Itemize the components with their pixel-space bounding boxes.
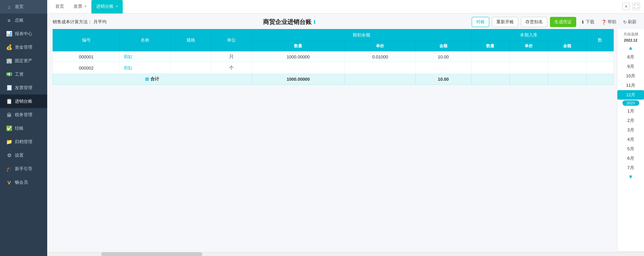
ledger-icon: ≡ <box>6 18 12 23</box>
month-2[interactable]: 2月 <box>617 116 644 125</box>
sidebar-item-purchase-sale[interactable]: 📋 进销台账 <box>0 95 47 108</box>
sidebar-item-guide[interactable]: 🎓 新手引导 <box>0 162 47 176</box>
tab-home[interactable]: 首页 <box>51 0 69 14</box>
sidebar-item-ledger[interactable]: ≡ 总账 <box>0 14 47 27</box>
sidebar-item-salary[interactable]: 💵 工资 <box>0 68 47 81</box>
help-button[interactable]: ❓ 帮助 <box>599 17 618 27</box>
sidebar-item-settlement[interactable]: ✅ 结账 <box>0 122 47 135</box>
month-9[interactable]: 9月 <box>617 62 644 71</box>
col-current-in: 本期入库 <box>471 29 586 41</box>
table-area: 编号 名称 规格 单位 期初余额 本期入库 数 数量 单价 金额 数 <box>47 29 644 252</box>
maximize-button[interactable]: ⛶ <box>633 3 640 10</box>
close-invoice-tab[interactable]: × <box>84 4 87 9</box>
purchase-sale-icon: 📋 <box>6 98 12 104</box>
col-code: 编号 <box>53 29 120 51</box>
tax-icon: 🏛 <box>6 112 12 118</box>
cell-in-qty <box>471 62 509 74</box>
month-4[interactable]: 4月 <box>617 135 644 144</box>
month-1[interactable]: 1月 <box>617 106 644 116</box>
year-2022-label: 2022.12 <box>624 37 638 44</box>
total-icon: ⊞ <box>145 76 149 82</box>
sidebar-item-assets[interactable]: 🏢 固定资产 <box>0 54 47 68</box>
total-in-price <box>509 74 548 85</box>
sidebar-item-tax[interactable]: 🏛 税务管理 <box>0 108 47 122</box>
settlement-icon: ✅ <box>6 125 12 131</box>
month-12[interactable]: 12月 <box>617 90 644 100</box>
scroll-up-button[interactable]: ▲ <box>617 44 644 52</box>
cell-spec <box>171 51 211 62</box>
reopen-button[interactable]: 重新开账 <box>492 17 518 27</box>
close-button[interactable]: × <box>622 3 630 10</box>
cell-opening-price: 0.01000 <box>345 51 416 62</box>
sidebar-item-invoice-mgmt[interactable]: 🧾 发票管理 <box>0 81 47 95</box>
window-controls: × ⛶ <box>622 3 640 10</box>
close-purchase-sale-tab[interactable]: × <box>116 4 118 9</box>
data-table: 编号 名称 规格 单位 期初余额 本期入库 数 数量 单价 金额 数 <box>53 29 614 85</box>
cell-in-qty <box>471 51 509 62</box>
settings-icon: ⚙ <box>6 152 12 158</box>
reports-icon: 📊 <box>6 31 12 37</box>
total-extra <box>586 74 613 85</box>
tab-purchase-sale[interactable]: 进销台账 × <box>91 0 123 14</box>
total-row: ⊞ 合计 1000.00000 10.00 <box>53 74 614 85</box>
save-alias-button[interactable]: 存货别名 <box>521 17 547 27</box>
vip-icon: V <box>6 180 12 185</box>
info-icon[interactable]: ℹ <box>314 19 315 25</box>
tab-bar: 首页 发票 × 进销台账 × <box>47 0 644 14</box>
help-icon: ❓ <box>601 20 607 25</box>
month-3[interactable]: 3月 <box>617 125 644 135</box>
cell-in-amount <box>548 51 586 62</box>
month-11[interactable]: 11月 <box>617 81 644 90</box>
sidebar-item-archive[interactable]: 📁 归档管理 <box>0 135 47 149</box>
total-opening-amount: 10.00 <box>415 74 471 85</box>
sidebar: ⌂ 首页 ≡ 总账 📊 报表中心 💰 资金管理 🏢 固定资产 💵 工资 🧾 发票… <box>0 0 47 256</box>
col-spec: 规格 <box>171 29 211 51</box>
total-in-amount <box>548 74 586 85</box>
salary-icon: 💵 <box>6 71 12 77</box>
col-name: 名称 <box>120 29 171 51</box>
cell-extra <box>586 51 613 62</box>
cell-code: 000001 <box>53 51 120 62</box>
col-opening-amount: 金额 <box>415 41 471 51</box>
table-row: 000001 前缸 只 1000.00000 0.01000 10.00 <box>53 51 614 62</box>
main-area: × ⛶ 首页 发票 × 进销台账 × 销售成本计算方法： 月平均 商贸企业进销台… <box>47 0 644 256</box>
refresh-icon: ↻ <box>623 20 627 25</box>
cell-opening-qty <box>252 62 345 74</box>
month-panel-title: 月份选择 <box>623 30 638 37</box>
sidebar-item-finance[interactable]: 💰 资金管理 <box>0 41 47 54</box>
refresh-button[interactable]: ↻ 刷新 <box>621 17 639 27</box>
sidebar-item-settings[interactable]: ⚙ 设置 <box>0 149 47 162</box>
col-unit: 单位 <box>211 29 252 51</box>
scroll-down-button[interactable]: ▼ <box>617 173 644 181</box>
horizontal-scrollbar[interactable] <box>47 252 644 256</box>
cost-method: 销售成本计算方法： 月平均 <box>53 19 107 25</box>
tab-invoice[interactable]: 发票 × <box>69 0 91 14</box>
total-opening-price <box>345 74 416 85</box>
month-10[interactable]: 10月 <box>617 71 644 81</box>
cell-code: 000002 <box>53 62 120 74</box>
scrollbar-thumb[interactable] <box>101 252 202 256</box>
cell-name: 前缸 <box>120 62 171 74</box>
reconcile-button[interactable]: 对账 <box>472 17 489 27</box>
invoice-mgmt-icon: 🧾 <box>6 85 12 91</box>
col-in-price: 单价 <box>509 41 548 51</box>
download-icon: ⬇ <box>581 20 585 25</box>
month-selector-panel: 月份选择 2022.12 ▲ 8月 9月 10月 11月 12月 2023 1月… <box>617 29 644 252</box>
sidebar-item-reports[interactable]: 📊 报表中心 <box>0 27 47 41</box>
cell-opening-qty: 1000.00000 <box>252 51 345 62</box>
month-7[interactable]: 7月 <box>617 163 644 173</box>
cell-unit: 只 <box>211 51 252 62</box>
sidebar-item-home[interactable]: ⌂ 首页 <box>0 0 47 14</box>
cell-opening-amount <box>415 62 471 74</box>
year-2023-tag: 2023 <box>622 100 639 106</box>
month-6[interactable]: 6月 <box>617 154 644 163</box>
download-button[interactable]: ⬇ 下载 <box>579 17 596 27</box>
cell-name: 前缸 <box>120 51 171 62</box>
total-label-text: 合计 <box>150 76 159 82</box>
generate-voucher-button[interactable]: 生成凭证 <box>550 17 576 27</box>
month-8[interactable]: 8月 <box>617 52 644 62</box>
sidebar-item-vip[interactable]: V 畅会员 <box>0 176 47 189</box>
cell-extra <box>586 62 613 74</box>
archive-icon: 📁 <box>6 139 12 145</box>
month-5[interactable]: 5月 <box>617 144 644 154</box>
